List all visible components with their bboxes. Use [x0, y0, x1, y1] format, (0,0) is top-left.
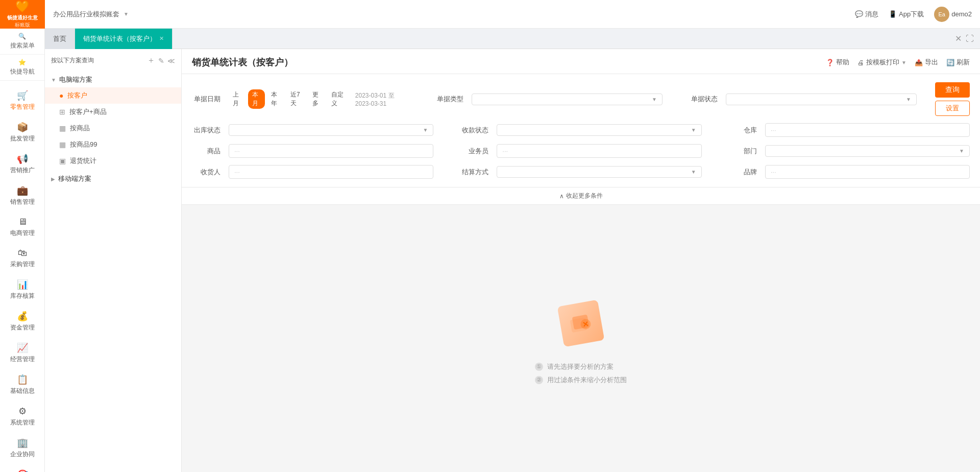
collapse-up-icon: ∧	[559, 193, 564, 200]
help-icon: ❓	[826, 59, 834, 66]
avatar-initials: Ea	[939, 11, 945, 17]
scheme-item-by-customer-goods[interactable]: ⊞ 按客户+商品	[45, 104, 181, 120]
tab-close-icon[interactable]: ✕	[159, 35, 164, 42]
collapse-panel-icon[interactable]: ≪	[167, 57, 175, 65]
sidebar-item-ecommerce[interactable]: 🖥 电商管理	[0, 211, 44, 243]
receiver-select[interactable]: ···	[229, 165, 433, 179]
scheme-group-pc-header[interactable]: ▼ 电脑端方案	[45, 72, 181, 87]
search-icon: 🔍	[18, 33, 26, 40]
date-pill-thisyear[interactable]: 本年	[267, 89, 284, 109]
date-range-display: 2023-03-01 至 2023-03-31	[355, 91, 408, 107]
settlement-select[interactable]: ▼	[497, 166, 701, 178]
order-type-select[interactable]: ▼	[472, 93, 663, 105]
empty-state: ① 请先选择要分析的方案 ② 用过滤条件来缩小分析范围	[182, 205, 980, 472]
quicknav-button[interactable]: ⭐ 快捷导航	[0, 55, 44, 81]
help-button[interactable]: ❓ 帮助	[826, 58, 849, 67]
sidebar-item-wholesale[interactable]: 📦 批发管理	[0, 116, 44, 148]
filter-row-4: 收货人 ··· 结算方式 ▼ 品牌 ···	[192, 165, 970, 179]
department-label: 部门	[728, 147, 757, 156]
warehouse-select[interactable]: ···	[765, 123, 970, 137]
tab-home[interactable]: 首页	[45, 29, 75, 49]
finance-icon: 💰	[17, 311, 28, 322]
add-scheme-icon[interactable]: ＋	[147, 55, 155, 66]
order-type-label: 单据类型	[435, 95, 463, 104]
sidebar-item-basic[interactable]: 📋 基础信息	[0, 369, 44, 400]
scheme-item-g-label: 按商品	[70, 124, 90, 133]
tip-num-1: ①	[535, 363, 543, 371]
sidebar-item-finance[interactable]: 💰 资金管理	[0, 305, 44, 337]
query-button[interactable]: 查询	[935, 82, 970, 98]
filter-row-3: 商品 ··· 业务员 ··· 部门 ▼	[192, 144, 970, 158]
sidebar-label-basic: 基础信息	[10, 387, 35, 395]
operations-icon: 📈	[17, 342, 28, 353]
tab-sales-stats[interactable]: 销货单统计表（按客户） ✕	[75, 29, 173, 49]
sidebar-item-inventory[interactable]: 📊 库存核算	[0, 274, 44, 305]
refresh-button[interactable]: 🔄 刷新	[946, 58, 970, 67]
sales-icon: 💼	[17, 185, 28, 196]
wholesale-icon: 📦	[17, 122, 28, 133]
page-title: 销货单统计表（按客户）	[192, 56, 293, 68]
scheme-item-refund-stats[interactable]: ▣ 退货统计	[45, 153, 181, 169]
sidebar-label-system: 系统管理	[10, 418, 35, 427]
sidebar-label-ecommerce: 电商管理	[10, 229, 35, 238]
app-download-button[interactable]: 📱 App下载	[889, 10, 924, 19]
settings-button[interactable]: 设置	[935, 101, 970, 116]
system-icon: ⚙	[18, 406, 27, 417]
main-area: 办公用品行业模拟账套 ▼ 💬 消息 📱 App下载 Ea demo2 首页	[45, 0, 980, 472]
sidebar-item-purchase[interactable]: 🛍 采购管理	[0, 243, 44, 274]
print-button[interactable]: 🖨 按模板打印 ▼	[857, 58, 906, 67]
order-type-arrow-icon: ▼	[652, 97, 657, 102]
app-logo[interactable]: 🧡 畅捷通好生意 标账版	[0, 0, 45, 29]
sidebar-item-retail[interactable]: 🛒 零售管理	[0, 85, 44, 116]
scheme-group-pc: ▼ 电脑端方案 ● 按客户 ⊞ 按客户+商品 ▦ 按商品 ▦	[45, 72, 181, 169]
user-name: demo2	[951, 10, 972, 18]
export-icon: 📤	[915, 59, 923, 66]
collapse-bar[interactable]: ∧ 收起更多条件	[182, 187, 980, 205]
date-pill-lastmonth[interactable]: 上月	[229, 89, 246, 109]
search-menu-button[interactable]: 🔍 搜索菜单	[0, 29, 44, 55]
filter-row-2: 出库状态 ▼ 收款状态 ▼ 仓库 ···	[192, 123, 970, 137]
sidebar-item-enterprise[interactable]: 🏢 企业协同	[0, 432, 44, 464]
edit-scheme-icon[interactable]: ✎	[158, 57, 164, 65]
date-pill-thismonth[interactable]: 本月	[248, 89, 265, 109]
sidebar-item-operations[interactable]: 📈 经营管理	[0, 337, 44, 369]
scheme-item-by-customer[interactable]: ● 按客户	[45, 87, 181, 104]
message-button[interactable]: 💬 消息	[855, 10, 878, 19]
scheme-item-by-goods[interactable]: ▦ 按商品	[45, 120, 181, 136]
scheme-group-mobile-header[interactable]: ▶ 移动端方案	[45, 171, 181, 186]
content-area: 按以下方案查询 ＋ ✎ ≪ ▼ 电脑端方案 ● 按客户	[45, 49, 980, 472]
department-select[interactable]: ▼	[765, 145, 970, 157]
export-button[interactable]: 📤 导出	[915, 58, 938, 67]
grid-icon: ⊞	[59, 108, 65, 116]
sidebar-item-sales[interactable]: 💼 销售管理	[0, 180, 44, 211]
sidebar-label-purchase: 采购管理	[10, 260, 35, 269]
pc-group-toggle-icon: ▼	[51, 77, 56, 83]
date-pill-more[interactable]: 更多	[308, 89, 326, 109]
scheme-item-by-goods-99[interactable]: ▦ 按商品99	[45, 136, 181, 153]
sidebar-item-marketing[interactable]: 📢 营销推广	[0, 148, 44, 180]
date-pill-7days[interactable]: 近7天	[286, 89, 306, 109]
department-arrow-icon: ▼	[959, 148, 964, 154]
date-pill-custom[interactable]: 自定义	[327, 89, 349, 109]
window-close-icon[interactable]: ✕	[955, 34, 962, 43]
sidebar-item-newuser[interactable]: 🎯 新手引导	[0, 464, 44, 472]
brand-label: 品牌	[728, 168, 757, 177]
salesperson-select[interactable]: ···	[497, 144, 701, 158]
window-maximize-icon[interactable]: ⛶	[966, 34, 974, 43]
user-profile[interactable]: Ea demo2	[934, 7, 972, 22]
receiver-value: ···	[234, 168, 240, 176]
outbound-select[interactable]: ▼	[229, 124, 433, 136]
left-panel: 按以下方案查询 ＋ ✎ ≪ ▼ 电脑端方案 ● 按客户	[45, 49, 182, 472]
salesperson-value: ···	[502, 147, 508, 155]
print-dropdown-icon[interactable]: ▼	[901, 60, 906, 65]
topbar-dropdown-icon[interactable]: ▼	[124, 11, 129, 17]
page-header: 销货单统计表（按客户） ❓ 帮助 🖨 按模板打印 ▼ 📤 导出	[182, 49, 980, 74]
goods-select[interactable]: ···	[229, 144, 433, 158]
window-controls: ✕ ⛶	[955, 34, 980, 43]
payment-select[interactable]: ▼	[497, 124, 701, 136]
message-label: 消息	[865, 10, 878, 19]
order-status-select[interactable]: ▼	[726, 93, 917, 105]
brand-select[interactable]: ···	[765, 165, 970, 179]
order-status-arrow-icon: ▼	[906, 97, 911, 102]
sidebar-item-system[interactable]: ⚙ 系统管理	[0, 400, 44, 432]
